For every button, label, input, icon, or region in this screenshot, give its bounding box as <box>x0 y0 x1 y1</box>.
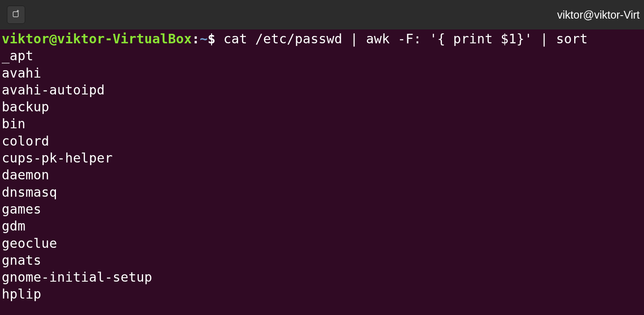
window-title: viktor@viktor-Virt <box>557 9 640 21</box>
output-line: backup <box>2 98 642 115</box>
svg-rect-0 <box>13 12 18 17</box>
output-line: daemon <box>2 166 642 183</box>
prompt-line: viktor@viktor-VirtualBox:~$ cat /etc/pas… <box>2 30 642 47</box>
output-line: gnome-initial-setup <box>2 269 642 286</box>
output-line: _apt <box>2 47 642 64</box>
titlebar: viktor@viktor-Virt <box>0 0 644 29</box>
new-tab-button[interactable] <box>7 6 25 24</box>
output-line: cups-pk-helper <box>2 149 642 166</box>
prompt-colon: : <box>192 31 199 46</box>
output-line: gdm <box>2 218 642 234</box>
command-text: cat /etc/passwd | awk -F: '{ print $1}' … <box>216 31 588 46</box>
output-line: geoclue <box>2 235 642 252</box>
output-line: games <box>2 201 642 218</box>
output-line: colord <box>2 133 642 149</box>
prompt-path: ~ <box>200 31 208 46</box>
prompt-dollar: $ <box>208 31 216 46</box>
output-line: gnats <box>2 252 642 269</box>
terminal-body[interactable]: viktor@viktor-VirtualBox:~$ cat /etc/pas… <box>0 29 644 304</box>
output-container: _aptavahiavahi-autoipdbackupbincolordcup… <box>2 47 642 302</box>
output-line: bin <box>2 115 642 132</box>
output-line: avahi <box>2 65 642 81</box>
prompt-user-host: viktor@viktor-VirtualBox <box>2 31 192 46</box>
output-line: hplip <box>2 286 642 302</box>
output-line: dnsmasq <box>2 184 642 201</box>
new-tab-icon <box>12 10 20 20</box>
output-line: avahi-autoipd <box>2 81 642 98</box>
